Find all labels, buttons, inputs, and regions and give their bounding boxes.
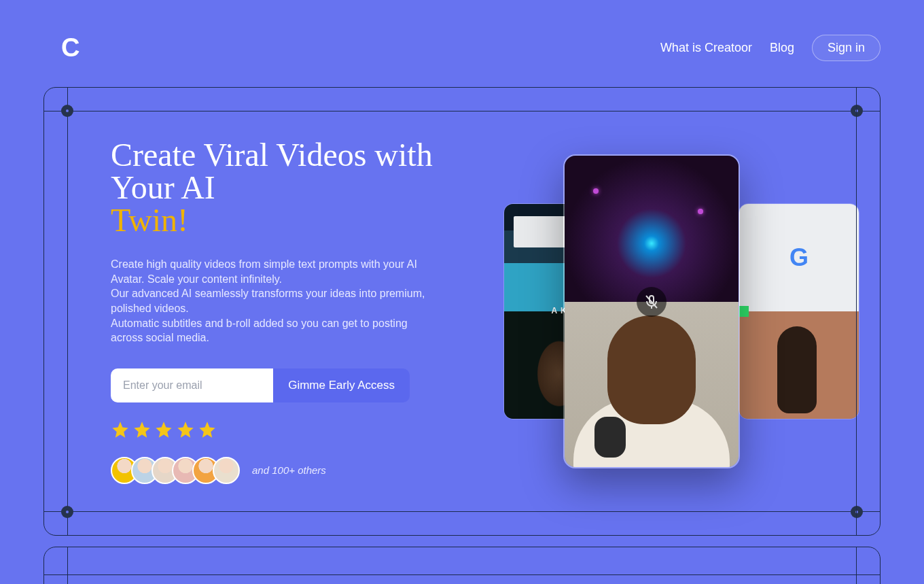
early-access-form: Gimme Early Access <box>111 368 410 402</box>
hero-card: Create Viral Videos with Your AI Twin! C… <box>43 87 881 536</box>
hero-copy: Create Viral Videos with Your AI Twin! C… <box>67 139 461 484</box>
early-access-button[interactable]: Gimme Early Access <box>273 368 410 402</box>
hero-headline-accent: Twin! <box>111 202 188 238</box>
sign-in-button[interactable]: Sign in <box>812 35 881 61</box>
hero-preview: G <box>461 111 857 512</box>
avatar <box>213 457 240 484</box>
google-logo-icon: G <box>789 243 808 272</box>
rating-stars <box>111 420 461 439</box>
hero-subcopy-line: Our advanced AI seamlessly transforms yo… <box>111 286 437 315</box>
mute-toggle[interactable] <box>637 287 667 317</box>
next-section-card <box>43 547 881 584</box>
site-header: C What is Creatoor Blog Sign in <box>0 0 924 68</box>
hero-subcopy-line: Automatic subtitles and b-roll added so … <box>111 316 437 345</box>
mic-off-icon <box>643 294 660 310</box>
brand-logo[interactable]: C <box>61 33 79 63</box>
social-proof: and 100+ others <box>111 457 461 484</box>
preview-thumb <box>565 156 739 302</box>
primary-nav: What is Creatoor Blog Sign in <box>660 35 881 61</box>
preview-card-center[interactable] <box>563 154 740 468</box>
preview-thumb: G <box>739 204 859 311</box>
avatar-stack <box>111 457 240 484</box>
hero-subcopy-line: Create high quality videos from simple t… <box>111 257 437 286</box>
preview-thumb <box>565 302 739 467</box>
star-icon <box>198 420 217 439</box>
star-icon <box>176 420 195 439</box>
social-caption: and 100+ others <box>252 464 326 476</box>
star-icon <box>154 420 173 439</box>
hero-headline: Create Viral Videos with Your AI Twin! <box>111 139 461 237</box>
preview-thumb <box>739 311 859 419</box>
nav-what-is-creatoor[interactable]: What is Creatoor <box>660 41 752 55</box>
nav-blog[interactable]: Blog <box>770 41 794 55</box>
star-icon <box>132 420 152 439</box>
preview-card-right: G <box>739 203 859 419</box>
hero-subcopy: Create high quality videos from simple t… <box>111 257 437 345</box>
email-input[interactable] <box>111 368 273 402</box>
hero-headline-plain: Create Viral Videos with Your AI <box>111 137 433 205</box>
star-icon <box>111 420 130 439</box>
